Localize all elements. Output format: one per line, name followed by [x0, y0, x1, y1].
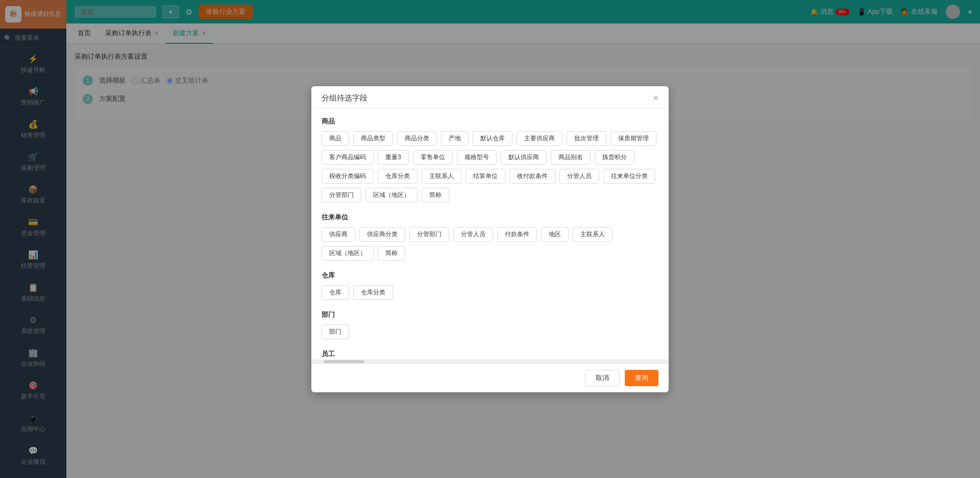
- section-products: 商品 商品 商品类型 商品分类 产地 默认仓库 主要供应商 批次管理 保质期管理…: [322, 117, 658, 203]
- field-select-modal: 分组待选字段 × 商品 商品 商品类型 商品分类 产地 默认仓库 主要供应商 批…: [311, 86, 669, 392]
- field-tag[interactable]: 收付款条件: [509, 169, 555, 184]
- section-department: 部门 部门: [322, 310, 658, 339]
- field-tag[interactable]: 产地: [441, 131, 469, 146]
- field-tag[interactable]: 规格型号: [457, 150, 497, 165]
- field-tag[interactable]: 分管部门: [322, 188, 361, 203]
- cancel-button[interactable]: 取消: [585, 370, 620, 386]
- field-tag[interactable]: 主联系人: [422, 169, 461, 184]
- section-partners: 往来单位 供应商 供应商分类 分管部门 分管人员 付款条件 地区 主联系人 区域…: [322, 213, 658, 261]
- field-tag[interactable]: 主要供应商: [517, 131, 562, 146]
- field-tag[interactable]: 分管部门: [409, 227, 449, 242]
- field-tag[interactable]: 主联系人: [573, 227, 612, 242]
- field-tag[interactable]: 商品分类: [397, 131, 437, 146]
- section-products-title: 商品: [322, 117, 658, 126]
- section-department-title: 部门: [322, 310, 658, 319]
- field-tag[interactable]: 拣货积分: [595, 150, 634, 165]
- field-tag[interactable]: 客户商品编码: [322, 150, 374, 165]
- field-tag[interactable]: 批次管理: [567, 131, 606, 146]
- field-tag[interactable]: 分管人员: [559, 169, 599, 184]
- modal-title: 分组待选字段: [322, 93, 368, 103]
- field-tag[interactable]: 供应商分类: [359, 227, 405, 242]
- field-tag[interactable]: 商品别名: [551, 150, 591, 165]
- field-tag[interactable]: 默认仓库: [473, 131, 512, 146]
- modal-horizontal-scrollbar[interactable]: [311, 360, 669, 363]
- section-warehouse-tags: 仓库 仓库分类: [322, 285, 658, 300]
- field-tag[interactable]: 供应商: [322, 227, 355, 242]
- field-tag[interactable]: 部门: [322, 324, 349, 339]
- modal-close-button[interactable]: ×: [653, 93, 658, 103]
- field-tag[interactable]: 重量3: [378, 150, 409, 165]
- modal-body: 商品 商品 商品类型 商品分类 产地 默认仓库 主要供应商 批次管理 保质期管理…: [311, 109, 669, 360]
- field-tag[interactable]: 保质期管理: [610, 131, 656, 146]
- field-tag[interactable]: 简称: [422, 188, 449, 203]
- section-warehouse: 仓库 仓库 仓库分类: [322, 271, 658, 300]
- section-employee-title: 员工: [322, 349, 658, 359]
- modal-header: 分组待选字段 ×: [311, 86, 669, 109]
- modal-footer: 取消 查询: [311, 363, 669, 392]
- section-partners-title: 往来单位: [322, 213, 658, 222]
- field-tag[interactable]: 税收分类编码: [322, 169, 374, 184]
- section-department-tags: 部门: [322, 324, 658, 339]
- field-tag[interactable]: 仓库分类: [378, 169, 418, 184]
- confirm-button[interactable]: 查询: [625, 370, 658, 386]
- section-employee: 员工 业务员: [322, 349, 658, 360]
- field-tag[interactable]: 区域（地区）: [322, 246, 374, 261]
- field-tag[interactable]: 仓库分类: [353, 285, 393, 300]
- field-tag[interactable]: 结算单位: [465, 169, 505, 184]
- field-tag[interactable]: 商品: [322, 131, 349, 146]
- field-tag[interactable]: 零售单位: [413, 150, 453, 165]
- section-partners-tags: 供应商 供应商分类 分管部门 分管人员 付款条件 地区 主联系人 区域（地区） …: [322, 227, 658, 261]
- modal-overlay: 分组待选字段 × 商品 商品 商品类型 商品分类 产地 默认仓库 主要供应商 批…: [0, 0, 980, 478]
- field-tag[interactable]: 仓库: [322, 285, 349, 300]
- field-tag[interactable]: 往来单位分类: [603, 169, 655, 184]
- section-warehouse-title: 仓库: [322, 271, 658, 280]
- field-tag[interactable]: 分管人员: [453, 227, 493, 242]
- field-tag[interactable]: 商品类型: [353, 131, 393, 146]
- section-products-tags: 商品 商品类型 商品分类 产地 默认仓库 主要供应商 批次管理 保质期管理 客户…: [322, 131, 658, 203]
- field-tag[interactable]: 简称: [378, 246, 405, 261]
- field-tag[interactable]: 默认供应商: [501, 150, 547, 165]
- field-tag[interactable]: 地区: [541, 227, 569, 242]
- field-tag[interactable]: 付款条件: [497, 227, 537, 242]
- field-tag[interactable]: 区域（地区）: [365, 188, 418, 203]
